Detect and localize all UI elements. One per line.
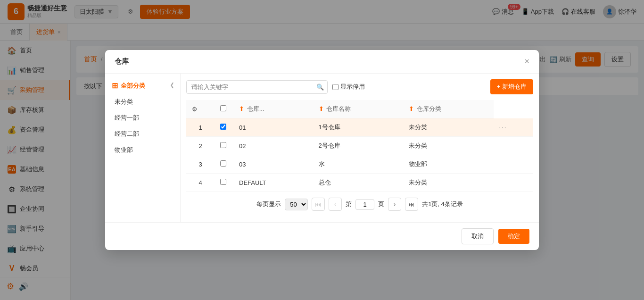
sort-icon-name: ⬆ [319, 105, 324, 112]
row-name: 1号仓库 [313, 118, 403, 137]
confirm-button[interactable]: 确定 [498, 229, 529, 244]
table-body: 1 01 1号仓库 未分类 ··· 2 02 2 [186, 118, 533, 192]
th-name: ⬆ 仓库名称 [313, 100, 403, 118]
row-actions[interactable] [494, 137, 533, 155]
th-code-label: 仓库... [247, 105, 264, 112]
prev-page-button[interactable]: ‹ [329, 198, 342, 211]
row-num: 3 [186, 155, 215, 174]
table-scroll-area: ⚙ ⬆ 仓库... ⬆ [186, 100, 533, 192]
row-name: 2号仓库 [313, 137, 403, 155]
more-actions-icon[interactable]: ··· [499, 124, 507, 131]
search-input-wrap: 🔍 [186, 80, 328, 94]
row-num: 2 [186, 137, 215, 155]
show-disabled-label: 显示停用 [340, 83, 365, 91]
total-label: 共1页, 4条记录 [422, 200, 463, 208]
cancel-button[interactable]: 取消 [462, 228, 494, 244]
dialog-close-button[interactable]: × [524, 57, 529, 67]
search-icon[interactable]: 🔍 [316, 83, 324, 91]
cat-item-property[interactable]: 物业部 [105, 142, 180, 158]
settings-col-icon[interactable]: ⚙ [192, 106, 198, 113]
cat-item-dept1[interactable]: 经营一部 [105, 110, 180, 126]
cat-item-dept2[interactable]: 经营二部 [105, 126, 180, 142]
row-check[interactable] [215, 155, 233, 174]
table-row[interactable]: 1 01 1号仓库 未分类 ··· [186, 118, 533, 137]
row-checkbox[interactable] [220, 124, 226, 130]
grid-icon: ⊞ [112, 81, 118, 90]
category-sidebar: ⊞ 全部分类 《 未分类 经营一部 经营二部 物业部 [105, 74, 181, 222]
table-toolbar: 🔍 显示停用 + 新增仓库 [186, 79, 533, 94]
th-check [215, 100, 233, 118]
last-page-button[interactable]: ⏭ [405, 198, 418, 211]
table-row[interactable]: 4 DEFAULT 总仓 未分类 [186, 174, 533, 192]
row-code: 02 [233, 137, 313, 155]
th-num: ⚙ [186, 100, 215, 118]
page-prefix: 第 [346, 200, 352, 208]
next-page-button[interactable]: › [388, 198, 401, 211]
disabled-checkbox-input[interactable] [332, 84, 339, 90]
row-check[interactable] [215, 118, 233, 137]
dialog-body: ⊞ 全部分类 《 未分类 经营一部 经营二部 物业部 🔍 [105, 74, 539, 222]
th-category-label: 仓库分类 [417, 105, 441, 112]
row-checkbox[interactable] [220, 142, 226, 148]
table-row[interactable]: 3 03 水 物业部 [186, 155, 533, 174]
page-suffix: 页 [378, 200, 384, 208]
table-header-row: ⚙ ⬆ 仓库... ⬆ [186, 100, 533, 118]
row-name: 总仓 [313, 174, 403, 192]
all-category-label: 全部分类 [121, 82, 145, 90]
dialog-header: 仓库 × [105, 50, 539, 74]
table-row[interactable]: 2 02 2号仓库 未分类 [186, 137, 533, 155]
row-category: 未分类 [403, 118, 493, 137]
all-category-item[interactable]: ⊞ 全部分类 《 [105, 77, 180, 94]
row-category: 未分类 [403, 174, 493, 192]
row-check[interactable] [215, 174, 233, 192]
warehouse-dialog: 仓库 × ⊞ 全部分类 《 未分类 经营一部 经营二部 物业部 [105, 50, 539, 250]
warehouse-table: ⚙ ⬆ 仓库... ⬆ [186, 100, 533, 192]
collapse-icon[interactable]: 《 [167, 82, 173, 90]
table-head: ⚙ ⬆ 仓库... ⬆ [186, 100, 533, 118]
sort-icon-code: ⬆ [239, 105, 244, 112]
row-checkbox[interactable] [220, 160, 226, 167]
row-category: 物业部 [403, 155, 493, 174]
row-num: 1 [186, 118, 215, 137]
per-page-select[interactable]: 50 [285, 199, 308, 210]
search-input[interactable] [186, 80, 328, 94]
row-name: 水 [313, 155, 403, 174]
sort-icon-cat: ⬆ [409, 105, 414, 112]
row-category: 未分类 [403, 137, 493, 155]
row-actions[interactable] [494, 155, 533, 174]
dialog-footer: 取消 确定 [105, 222, 539, 250]
row-checkbox[interactable] [220, 179, 226, 185]
first-page-button[interactable]: ⏮ [312, 198, 325, 211]
add-warehouse-button[interactable]: + 新增仓库 [490, 79, 533, 94]
row-actions[interactable]: ··· [494, 118, 533, 137]
th-code: ⬆ 仓库... [233, 100, 313, 118]
dialog-title: 仓库 [115, 57, 129, 66]
dialog-overlay: 仓库 × ⊞ 全部分类 《 未分类 经营一部 经营二部 物业部 [0, 0, 644, 300]
row-code: 01 [233, 118, 313, 137]
pagination: 每页显示 50 ⏮ ‹ 第 页 › ⏭ 共1页, 4条记录 [186, 192, 533, 217]
row-code: DEFAULT [233, 174, 313, 192]
table-area: 🔍 显示停用 + 新增仓库 ⚙ [181, 74, 539, 222]
th-name-label: 仓库名称 [326, 105, 351, 112]
row-code: 03 [233, 155, 313, 174]
show-disabled-checkbox[interactable]: 显示停用 [332, 83, 365, 91]
row-actions[interactable] [494, 174, 533, 192]
row-check[interactable] [215, 137, 233, 155]
row-num: 4 [186, 174, 215, 192]
cat-item-unclassified[interactable]: 未分类 [105, 94, 180, 110]
select-all-checkbox[interactable] [220, 105, 226, 111]
page-input[interactable] [355, 199, 374, 210]
th-category: ⬆ 仓库分类 [403, 100, 493, 118]
per-page-label: 每页显示 [256, 200, 281, 208]
